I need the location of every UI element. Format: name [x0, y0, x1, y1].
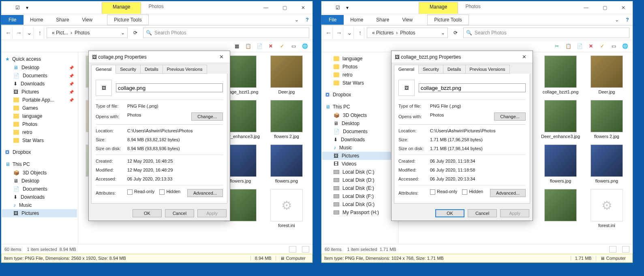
change-button[interactable]: Change...	[191, 113, 223, 121]
thumbnails-view-button[interactable]	[622, 246, 629, 253]
maximize-button[interactable]: ▢	[275, 1, 294, 14]
apply-button[interactable]: Apply	[500, 209, 529, 217]
dialog-titlebar[interactable]: 🖼 collage_bzzt.png Properties ✕	[392, 51, 533, 63]
sidebar-item-music[interactable]: ♪Music	[322, 144, 397, 152]
file-thumb[interactable]: Deer_enhance3.jpg	[540, 100, 581, 139]
delete-icon[interactable]: ✕	[266, 42, 275, 51]
view-tab[interactable]: View	[75, 15, 99, 25]
file-thumb[interactable]: forest.ini	[266, 189, 307, 228]
advanced-button[interactable]: Advanced...	[187, 189, 223, 197]
qat-checkbox-icon[interactable]: ☑	[334, 4, 342, 12]
sidebar-item-local-e[interactable]: Local Disk (E:)	[322, 184, 397, 192]
minimize-button[interactable]: —	[577, 1, 595, 14]
close-button[interactable]: ✕	[614, 1, 633, 14]
details-view-button[interactable]	[609, 246, 616, 253]
home-tab[interactable]: Home	[344, 15, 370, 25]
sidebar-item-music[interactable]: ♪Music	[2, 201, 77, 209]
crumb-1[interactable]: « Pict...	[52, 30, 68, 36]
back-button[interactable]: ←	[4, 27, 13, 38]
readonly-checkbox[interactable]	[430, 189, 435, 195]
readonly-checkbox[interactable]	[127, 189, 133, 195]
sidebar-item-games[interactable]: Games	[2, 104, 77, 112]
manage-tab[interactable]: Manage	[102, 2, 141, 14]
file-thumb[interactable]	[540, 189, 581, 228]
sidebar-item-local-f[interactable]: Local Disk (F:)	[322, 192, 397, 200]
sidebar-item-documents[interactable]: 📄Documents📌	[2, 72, 77, 80]
ribbon-chevron-icon[interactable]: ⌄	[291, 17, 302, 23]
dialog-titlebar[interactable]: 🖼 collage.png Properties ✕	[89, 51, 230, 63]
tab-details[interactable]: Details	[140, 65, 163, 74]
paste-icon[interactable]: 📋	[564, 42, 573, 51]
file-thumb[interactable]: collage_bzzt1.png	[540, 55, 581, 94]
rename-icon[interactable]: ▭	[289, 42, 298, 51]
ok-button[interactable]: OK	[133, 209, 162, 217]
sidebar-item-pictures[interactable]: 🖼Pictures	[322, 152, 397, 160]
cancel-button[interactable]: Cancel	[468, 209, 497, 217]
file-thumb[interactable]: Deer.jpg	[266, 55, 307, 94]
sidebar-item-downloads2[interactable]: ⬇Downloads	[2, 193, 77, 201]
sidebar-item-local-g[interactable]: Local Disk (G:)	[322, 200, 397, 208]
search-input[interactable]: 🔍 Search Photos	[143, 28, 309, 38]
tab-security[interactable]: Security	[116, 65, 141, 74]
help-icon[interactable]: ?	[302, 17, 312, 23]
crumb-1[interactable]: « Pictures	[372, 30, 394, 36]
sidebar-item-desktop2[interactable]: 🖥Desktop	[2, 177, 77, 185]
close-icon[interactable]: ✕	[519, 54, 529, 60]
up-button[interactable]: ↑	[356, 27, 364, 38]
hidden-checkbox[interactable]	[462, 189, 467, 195]
file-thumb[interactable]: forest.ini	[586, 189, 627, 228]
dropbox-header[interactable]: ⛋Dropbox	[322, 90, 397, 99]
sidebar-item-passport[interactable]: My Passport (H:)	[322, 208, 397, 217]
sidebar-item-desktop[interactable]: 🖥Desktop	[322, 119, 397, 127]
crumb-2[interactable]: Photos	[400, 30, 415, 36]
sidebar-item-videos[interactable]: 🎞Videos	[322, 160, 397, 168]
sidebar-item-photos[interactable]: Photos	[2, 120, 77, 128]
file-thumb[interactable]: flowers.jpg	[540, 144, 581, 183]
sidebar-item-portable[interactable]: Portable App...📌	[2, 96, 77, 104]
sidebar-item-3dobjects[interactable]: 📦3D Objects	[2, 169, 77, 177]
share-tab[interactable]: Share	[49, 15, 75, 25]
paste-icon[interactable]: 📋	[244, 42, 252, 51]
sidebar-item-pictures2[interactable]: 🖼Pictures	[2, 209, 77, 217]
sidebar-item-desktop[interactable]: 🖥Desktop📌	[2, 64, 77, 72]
copy-icon[interactable]: 📄	[575, 42, 584, 51]
filename-input[interactable]	[116, 83, 223, 92]
chevron-down-icon[interactable]: ⌄	[121, 30, 125, 36]
ok-button[interactable]: OK	[435, 209, 464, 217]
tab-security[interactable]: Security	[418, 65, 443, 74]
file-thumb[interactable]: Deer.jpg	[586, 55, 627, 94]
sidebar-item-retro[interactable]: retro	[2, 128, 77, 136]
up-button[interactable]: ↑	[36, 27, 44, 38]
search-input[interactable]: 🔍 Search Photos	[463, 28, 629, 38]
sidebar-item-local-c[interactable]: Local Disk (C:)	[322, 168, 397, 176]
file-thumb[interactable]: flowers.png	[266, 144, 307, 183]
sidebar-item-photos[interactable]: Photos	[322, 63, 397, 71]
apply-button[interactable]: Apply	[197, 209, 227, 217]
manage-tab[interactable]: Manage	[419, 2, 458, 14]
maximize-button[interactable]: ▢	[595, 1, 614, 14]
sidebar-item-starwars[interactable]: Star Wars	[322, 79, 397, 87]
file-tab[interactable]: File	[321, 15, 344, 25]
sidebar-item-downloads[interactable]: ⬇Downloads	[322, 136, 397, 144]
minimize-button[interactable]: —	[257, 1, 275, 14]
file-tab[interactable]: File	[1, 15, 24, 25]
breadcrumb[interactable]: « Pictures › Photos ⌄	[367, 28, 448, 38]
sidebar-item-language[interactable]: language	[2, 112, 77, 120]
crumb-2[interactable]: Photos	[75, 30, 90, 36]
picture-tools-tab[interactable]: Picture Tools	[107, 15, 148, 25]
accept-icon[interactable]: ✓	[598, 42, 607, 51]
thumbnails-view-button[interactable]	[302, 246, 309, 253]
back-button[interactable]: ←	[325, 27, 333, 38]
qat-checkbox-icon[interactable]: ☑	[13, 4, 21, 12]
file-thumb[interactable]: flowers 2.jpg	[266, 100, 307, 139]
breadcrumb[interactable]: « Pict... › Photos ⌄	[47, 28, 128, 38]
close-icon[interactable]: ✕	[216, 54, 227, 60]
copy-icon[interactable]: 📄	[255, 42, 264, 51]
sidebar-item-3dobjects[interactable]: 📦3D Objects	[322, 111, 397, 119]
picture-tools-tab[interactable]: Picture Tools	[427, 15, 469, 25]
view-icon[interactable]: ▦	[232, 42, 241, 51]
close-button[interactable]: ✕	[294, 1, 312, 14]
hidden-checkbox[interactable]	[159, 189, 165, 195]
home-tab[interactable]: Home	[24, 15, 49, 25]
sidebar-item-downloads[interactable]: ⬇Downloads📌	[2, 80, 77, 88]
